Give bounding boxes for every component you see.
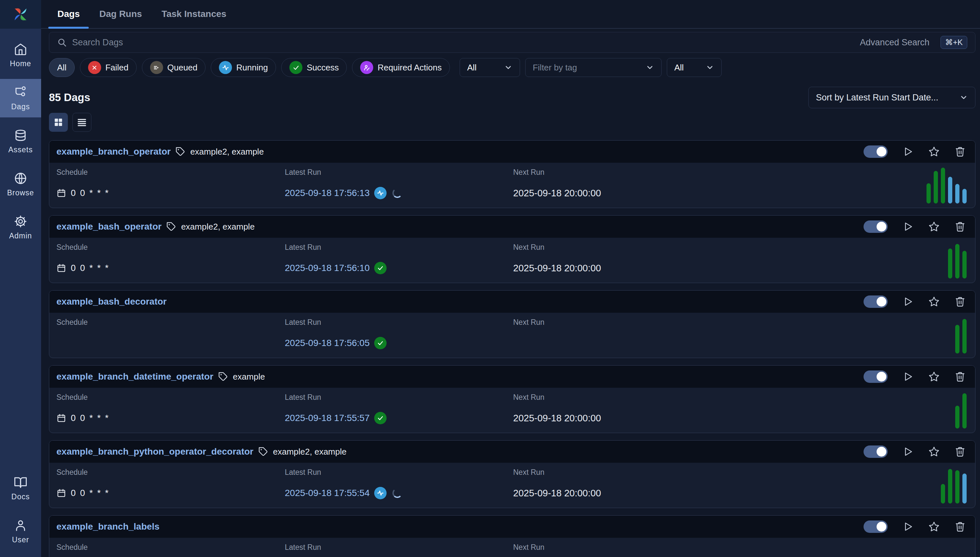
run-history-bar[interactable] [955,325,959,353]
sidebar-item-label: Docs [11,492,30,501]
filter-chip-failed[interactable]: Failed [80,58,137,77]
dag-pause-toggle[interactable] [864,521,888,533]
airflow-logo[interactable] [0,0,41,29]
sidebar-item-label: Browse [7,189,34,197]
tag-filter-select[interactable]: Filter by tag [525,58,662,77]
sidebar-item-user[interactable]: User [0,512,41,550]
trigger-dag-button[interactable] [902,296,914,308]
dag-controls [864,145,966,158]
sidebar-item-dags[interactable]: Dags [0,79,41,117]
next-run-label: Next Run [513,168,926,177]
dag-name-link[interactable]: example_branch_python_operator_decorator [56,446,253,457]
dag-pause-toggle[interactable] [864,445,888,458]
dag-pause-toggle[interactable] [864,220,888,233]
dag-card: example_branch_labels [49,515,975,557]
trigger-dag-button[interactable] [902,446,914,458]
trigger-dag-button[interactable] [902,371,914,383]
sidebar-item-home[interactable]: Home [0,36,41,74]
database-icon [14,129,28,142]
tab-task-instances[interactable]: Task Instances [161,0,227,28]
delete-dag-button[interactable] [954,446,966,458]
trash-icon [954,521,966,533]
favorite-dag-button[interactable] [928,221,940,233]
run-history-bar[interactable] [934,171,938,204]
filter-chip-queued[interactable]: Queued [142,58,206,77]
run-history-bar[interactable] [948,177,952,204]
latest-run-link[interactable]: 2025-09-18 17:56:05 [285,338,370,348]
run-history-bar[interactable] [955,470,959,503]
delete-dag-button[interactable] [954,146,966,158]
dag-controls [864,521,966,533]
next-run-value: 2025-09-18 20:00:00 [513,261,948,275]
dag-name-link[interactable]: example_branch_operator [56,147,171,157]
run-history-bar[interactable] [955,244,959,278]
trigger-dag-button[interactable] [902,146,914,158]
advanced-search-link[interactable]: Advanced Search [860,37,929,47]
filter-chip-success[interactable]: Success [281,58,347,77]
run-history-bar[interactable] [962,474,967,503]
toggle-knob [877,297,886,306]
select-value: All [467,63,477,73]
favorite-dag-button[interactable] [928,371,940,383]
star-icon [928,296,940,308]
paused-filter-select[interactable]: All [460,58,520,77]
delete-dag-button[interactable] [954,371,966,383]
run-history-bar[interactable] [941,484,945,503]
state-filter-select[interactable]: All [667,58,722,77]
kbd-shortcut-badge: ⌘+K [941,36,967,49]
sidebar-item-browse[interactable]: Browse [0,165,41,204]
dag-name-link[interactable]: example_branch_datetime_operator [56,371,214,382]
delete-dag-button[interactable] [954,221,966,233]
chip-label: Required Actions [377,63,442,73]
dag-name-link[interactable]: example_bash_decorator [56,296,167,307]
dag-name-link[interactable]: example_bash_operator [56,221,161,232]
card-view-button[interactable] [49,113,68,132]
favorite-dag-button[interactable] [928,146,940,158]
run-history-bar[interactable] [926,183,931,204]
latest-run-link[interactable]: 2025-09-18 17:56:10 [285,263,370,273]
trigger-dag-button[interactable] [902,521,914,533]
sidebar-item-admin[interactable]: Admin [0,208,41,246]
run-history-bar[interactable] [962,319,967,353]
run-history-bar[interactable] [962,393,967,428]
latest-run-link[interactable]: 2025-09-18 17:55:54 [285,488,370,498]
dag-name-link[interactable]: example_branch_labels [56,521,160,532]
run-history-bar[interactable] [962,189,967,204]
run-history-bar[interactable] [962,251,967,278]
run-history-bar[interactable] [948,469,952,503]
dag-controls [864,295,966,308]
dag-pause-toggle[interactable] [864,145,888,158]
filter-chip-required-actions[interactable]: Required Actions [352,58,450,77]
filter-chip-running[interactable]: Running [211,58,276,77]
run-history-bar[interactable] [955,184,959,204]
run-history-bar[interactable] [955,406,959,428]
run-history-bar[interactable] [941,168,945,204]
delete-dag-button[interactable] [954,296,966,308]
run-history-bar[interactable] [948,249,952,278]
tab-dag-runs[interactable]: Dag Runs [99,0,142,28]
latest-run-label: Latest Run [285,318,513,327]
user-icon [14,518,28,532]
recent-runs-chart [967,542,975,557]
latest-run-link[interactable]: 2025-09-18 17:55:57 [285,413,370,423]
favorite-dag-button[interactable] [928,446,940,458]
dag-card: example_branch_datetime_operator example [49,365,975,433]
toggle-knob [877,147,886,156]
tab-dags[interactable]: Dags [57,0,80,28]
table-view-button[interactable] [72,113,91,132]
trigger-dag-button[interactable] [902,221,914,233]
latest-run-link[interactable]: 2025-09-18 17:56:13 [285,188,370,198]
sidebar-item-label: Dags [11,103,30,111]
dag-pause-toggle[interactable] [864,295,888,308]
sort-select[interactable]: Sort by Latest Run Start Date... [809,87,975,108]
delete-dag-button[interactable] [954,521,966,533]
sidebar-item-docs[interactable]: Docs [0,469,41,507]
sidebar-item-assets[interactable]: Assets [0,122,41,160]
search-input[interactable]: Search Dags Advanced Search ⌘+K [49,32,975,53]
favorite-dag-button[interactable] [928,296,940,308]
sidebar-item-label: Home [10,59,31,68]
dag-pause-toggle[interactable] [864,370,888,383]
filter-chip-all[interactable]: All [49,58,75,77]
next-run-label: Next Run [513,393,955,402]
favorite-dag-button[interactable] [928,521,940,533]
